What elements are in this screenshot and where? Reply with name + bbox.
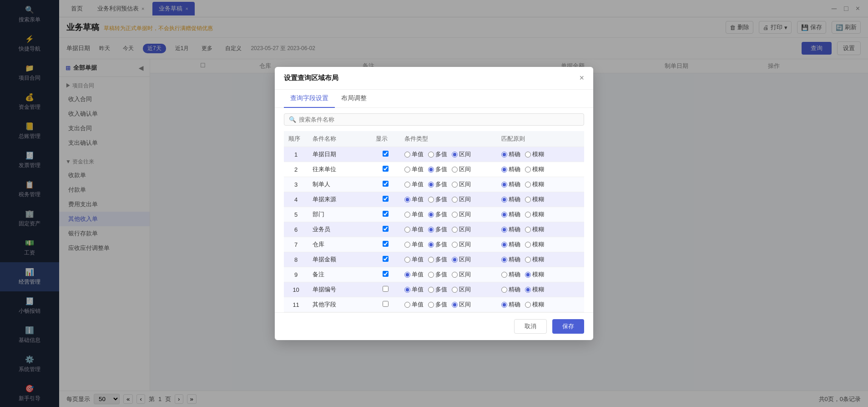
radio-match-exact[interactable]: 精确 xyxy=(501,270,520,279)
radio-type-multiple[interactable]: 多值 xyxy=(428,225,447,234)
radio-type-single[interactable]: 单值 xyxy=(404,300,424,309)
radio-type-single[interactable]: 单值 xyxy=(404,210,424,219)
radio-match-exact[interactable]: 精确 xyxy=(501,195,520,204)
cell-match-rule[interactable]: 精确模糊 xyxy=(497,267,584,282)
radio-type-single[interactable]: 单值 xyxy=(404,180,424,188)
show-checkbox[interactable] xyxy=(383,271,389,277)
radio-match-exact[interactable]: 精确 xyxy=(501,225,520,234)
cell-match-rule[interactable]: 精确模糊 xyxy=(497,177,584,192)
cell-condition-type[interactable]: 单值多值区间 xyxy=(400,252,497,267)
radio-match-fuzzy[interactable]: 模糊 xyxy=(525,210,544,219)
radio-type-range[interactable]: 区间 xyxy=(452,240,471,249)
cell-match-rule[interactable]: 精确模糊 xyxy=(497,282,584,297)
cell-match-rule[interactable]: 精确模糊 xyxy=(497,162,584,177)
radio-match-fuzzy[interactable]: 模糊 xyxy=(525,225,544,234)
cell-show[interactable] xyxy=(371,237,400,252)
cancel-button[interactable]: 取消 xyxy=(514,319,547,334)
cell-show[interactable] xyxy=(371,207,400,222)
radio-match-exact[interactable]: 精确 xyxy=(501,255,520,264)
radio-type-range[interactable]: 区间 xyxy=(452,300,471,309)
radio-type-multiple[interactable]: 多值 xyxy=(428,150,447,158)
cell-show[interactable] xyxy=(371,222,400,237)
radio-type-single[interactable]: 单值 xyxy=(404,225,424,234)
cell-match-rule[interactable]: 精确模糊 xyxy=(497,222,584,237)
radio-type-range[interactable]: 区间 xyxy=(452,270,471,279)
dialog-tab-layout[interactable]: 布局调整 xyxy=(335,90,373,108)
dialog-tab-field-settings[interactable]: 查询字段设置 xyxy=(284,90,335,108)
cell-condition-type[interactable]: 单值多值区间 xyxy=(400,177,497,192)
radio-match-fuzzy[interactable]: 模糊 xyxy=(525,195,544,204)
cell-show[interactable] xyxy=(371,282,400,297)
radio-type-range[interactable]: 区间 xyxy=(452,255,471,264)
radio-type-single[interactable]: 单值 xyxy=(404,270,424,279)
cell-condition-type[interactable]: 单值多值区间 xyxy=(400,222,497,237)
radio-type-single[interactable]: 单值 xyxy=(404,285,424,294)
cell-condition-type[interactable]: 单值多值区间 xyxy=(400,267,497,282)
radio-type-multiple[interactable]: 多值 xyxy=(428,180,447,188)
cell-condition-type[interactable]: 单值多值区间 xyxy=(400,207,497,222)
radio-match-exact[interactable]: 精确 xyxy=(501,285,520,294)
radio-type-multiple[interactable]: 多值 xyxy=(428,255,447,264)
radio-type-single[interactable]: 单值 xyxy=(404,150,424,158)
radio-match-fuzzy[interactable]: 模糊 xyxy=(525,255,544,264)
radio-type-multiple[interactable]: 多值 xyxy=(428,270,447,279)
cell-match-rule[interactable]: 精确模糊 xyxy=(497,252,584,267)
cell-show[interactable] xyxy=(371,192,400,207)
show-checkbox[interactable] xyxy=(383,166,389,172)
radio-match-exact[interactable]: 精确 xyxy=(501,210,520,219)
show-checkbox[interactable] xyxy=(383,286,389,292)
show-checkbox[interactable] xyxy=(383,196,389,202)
radio-match-exact[interactable]: 精确 xyxy=(501,165,520,173)
radio-type-range[interactable]: 区间 xyxy=(452,195,471,204)
radio-match-fuzzy[interactable]: 模糊 xyxy=(525,150,544,158)
radio-match-fuzzy[interactable]: 模糊 xyxy=(525,285,544,294)
radio-match-exact[interactable]: 精确 xyxy=(501,180,520,188)
radio-match-fuzzy[interactable]: 模糊 xyxy=(525,180,544,188)
show-checkbox[interactable] xyxy=(383,256,389,262)
cell-show[interactable] xyxy=(371,252,400,267)
radio-match-fuzzy[interactable]: 模糊 xyxy=(525,240,544,249)
radio-match-fuzzy[interactable]: 模糊 xyxy=(525,165,544,173)
radio-type-range[interactable]: 区间 xyxy=(452,150,471,158)
radio-type-multiple[interactable]: 多值 xyxy=(428,195,447,204)
search-input[interactable] xyxy=(299,116,390,123)
cell-show[interactable] xyxy=(371,177,400,192)
cell-show[interactable] xyxy=(371,267,400,282)
radio-type-multiple[interactable]: 多值 xyxy=(428,240,447,249)
show-checkbox[interactable] xyxy=(383,181,389,187)
cell-match-rule[interactable]: 精确模糊 xyxy=(497,192,584,207)
show-checkbox[interactable] xyxy=(383,151,389,157)
cell-show[interactable] xyxy=(371,297,400,312)
dialog-close-button[interactable]: × xyxy=(579,73,584,83)
radio-type-single[interactable]: 单值 xyxy=(404,165,424,173)
radio-match-exact[interactable]: 精确 xyxy=(501,300,520,309)
radio-type-range[interactable]: 区间 xyxy=(452,285,471,294)
radio-match-exact[interactable]: 精确 xyxy=(501,150,520,158)
radio-type-multiple[interactable]: 多值 xyxy=(428,210,447,219)
cell-match-rule[interactable]: 精确模糊 xyxy=(497,297,584,312)
radio-type-multiple[interactable]: 多值 xyxy=(428,300,447,309)
cell-condition-type[interactable]: 单值多值区间 xyxy=(400,162,497,177)
save-button[interactable]: 保存 xyxy=(552,319,584,334)
radio-type-single[interactable]: 单值 xyxy=(404,255,424,264)
radio-type-multiple[interactable]: 多值 xyxy=(428,165,447,173)
show-checkbox[interactable] xyxy=(383,211,389,217)
radio-match-fuzzy[interactable]: 模糊 xyxy=(525,300,544,309)
radio-match-exact[interactable]: 精确 xyxy=(501,240,520,249)
radio-type-range[interactable]: 区间 xyxy=(452,210,471,219)
radio-type-single[interactable]: 单值 xyxy=(404,240,424,249)
cell-show[interactable] xyxy=(371,162,400,177)
cell-match-rule[interactable]: 精确模糊 xyxy=(497,147,584,162)
cell-condition-type[interactable]: 单值多值区间 xyxy=(400,282,497,297)
radio-type-single[interactable]: 单值 xyxy=(404,195,424,204)
radio-type-range[interactable]: 区间 xyxy=(452,225,471,234)
radio-type-range[interactable]: 区间 xyxy=(452,180,471,188)
cell-condition-type[interactable]: 单值多值区间 xyxy=(400,297,497,312)
cell-show[interactable] xyxy=(371,147,400,162)
cell-condition-type[interactable]: 单值多值区间 xyxy=(400,147,497,162)
cell-match-rule[interactable]: 精确模糊 xyxy=(497,237,584,252)
radio-match-fuzzy[interactable]: 模糊 xyxy=(525,270,544,279)
cell-condition-type[interactable]: 单值多值区间 xyxy=(400,237,497,252)
show-checkbox[interactable] xyxy=(383,226,389,232)
cell-match-rule[interactable]: 精确模糊 xyxy=(497,207,584,222)
